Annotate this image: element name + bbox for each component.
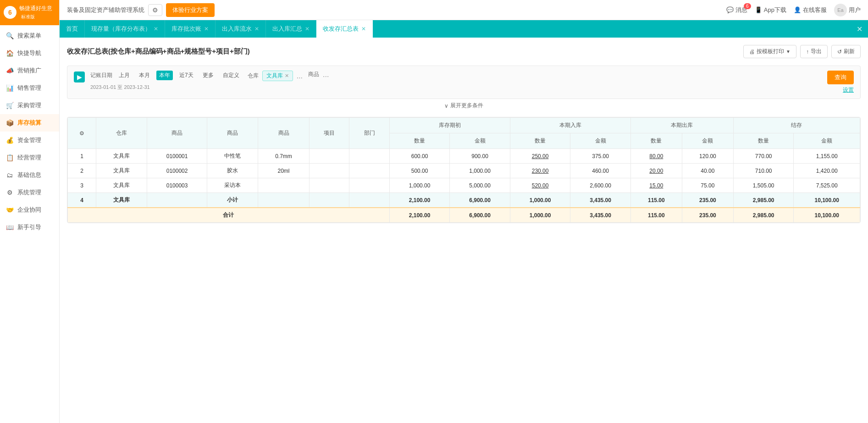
in-amt-header: 金额 [570, 133, 631, 149]
warehouse-col-header: 仓库 [96, 118, 147, 149]
sidebar-item-guide[interactable]: 📖 新手引导 [0, 219, 59, 236]
tab-home-label: 首页 [66, 25, 78, 33]
sidebar-item-system[interactable]: ⚙ 系统管理 [0, 184, 59, 201]
row-in-amt: 2,600.00 [570, 178, 631, 193]
tab-recv-send-label: 收发存汇总表 [323, 25, 359, 33]
date-btn-more[interactable]: 更多 [200, 71, 216, 80]
print-label: 按模板打印 [757, 48, 784, 55]
query-button[interactable]: 查询 [827, 71, 854, 84]
sidebar: 6 畅捷通好生意 标准版 🔍 搜索菜单 🏠 快捷导航 📣 营销推广 📊 [0, 0, 60, 423]
tab-batch-close[interactable]: ✕ [204, 26, 209, 32]
tab-home[interactable]: 首页 [60, 20, 85, 38]
sidebar-item-label: 销售管理 [17, 84, 41, 92]
sidebar-item-cooperation[interactable]: 🤝 企业协同 [0, 201, 59, 219]
tabbar-close-all[interactable]: ✕ [851, 25, 868, 33]
topbar-settings-button[interactable]: ⚙ [148, 4, 162, 16]
footer-open-qty: 2,100.00 [389, 208, 450, 223]
sidebar-item-marketing[interactable]: 📣 营销推广 [0, 62, 59, 79]
print-button[interactable]: 🖨 按模板打印 ▼ [743, 45, 796, 58]
sidebar-item-label: 库存核算 [17, 119, 41, 127]
row-project [310, 149, 349, 164]
settings-col-header[interactable]: ⚙ [68, 118, 96, 149]
row-in-qty[interactable]: 230.00 [510, 164, 570, 178]
page-title: 收发存汇总表(按仓库+商品编码+商品+规格型号+项目+部门) [67, 47, 250, 56]
trial-button[interactable]: 体验行业方案 [166, 3, 215, 17]
filter-expand-button[interactable]: ▶ [74, 71, 85, 82]
tab-inout-flow[interactable]: 出入库流水 ✕ [216, 20, 266, 38]
sidebar-item-label: 系统管理 [17, 188, 41, 197]
sidebar-item-label: 快捷导航 [17, 49, 41, 57]
finance-icon: 💰 [6, 137, 14, 144]
dept-col-header: 部门 [349, 118, 389, 149]
expand-more-button[interactable]: ∨ 展开更多条件 [444, 102, 483, 110]
sidebar-item-finance[interactable]: 💰 资金管理 [0, 132, 59, 149]
topbar: 装备及固定资产辅助管理系统 ⚙ 体验行业方案 💬 消息 6 📱 App下载 👤 … [60, 0, 868, 20]
row-in-qty[interactable]: 520.00 [510, 178, 570, 193]
sidebar-item-operations[interactable]: 📋 经营管理 [0, 149, 59, 166]
row-open-amt: 900.00 [450, 149, 510, 164]
tab-inout-flow-close[interactable]: ✕ [254, 26, 259, 32]
row-dept [349, 178, 389, 193]
message-badge: 6 [744, 3, 751, 9]
footer-out-qty: 115.00 [630, 208, 682, 223]
date-btn-this-year[interactable]: 本年 [156, 71, 173, 80]
online-support-button[interactable]: 👤 在线客服 [794, 6, 827, 14]
row-out-amt: 75.00 [682, 178, 733, 193]
row-out-qty[interactable]: 20.00 [630, 164, 682, 178]
date-btn-last-month[interactable]: 上月 [116, 71, 133, 80]
row-in-amt: 3,435.00 [570, 193, 631, 208]
sidebar-item-quick-nav[interactable]: 🏠 快捷导航 [0, 44, 59, 62]
row-no: 2 [68, 164, 96, 178]
goods-name-col-header: 商品 [207, 118, 258, 149]
row-out-amt: 120.00 [682, 149, 733, 164]
warehouse-tag-close[interactable]: ✕ [285, 73, 289, 79]
sidebar-item-purchase[interactable]: 🛒 采购管理 [0, 97, 59, 114]
page-container: 收发存汇总表(按仓库+商品编码+商品+规格型号+项目+部门) 🖨 按模板打印 ▼… [60, 38, 868, 423]
topbar-right: 💬 消息 6 📱 App下载 👤 在线客服 Ea 用户 [726, 4, 861, 16]
tab-batch-label: 库存批次账 [171, 25, 201, 33]
row-no: 4 [68, 193, 96, 208]
tab-stock-dist[interactable]: 现存量（库存分布表） ✕ [85, 20, 165, 38]
filter-goods-row: 商品 ... [308, 71, 329, 78]
date-btn-7days[interactable]: 近7天 [177, 71, 196, 80]
settings-link[interactable]: 设置 [843, 86, 854, 94]
tab-recv-send-close[interactable]: ✕ [361, 26, 366, 32]
sidebar-item-inventory[interactable]: 📦 库存核算 [0, 114, 59, 132]
user-button[interactable]: Ea 用户 [834, 4, 861, 16]
app-download-button[interactable]: 📱 App下载 [755, 6, 786, 14]
row-in-qty[interactable]: 250.00 [510, 149, 570, 164]
out-amt-header: 金额 [682, 133, 733, 149]
row-end-qty: 710.00 [733, 164, 794, 178]
expand-more-label: 展开更多条件 [450, 102, 483, 110]
sidebar-item-label: 营销推广 [17, 66, 41, 75]
tab-stock-dist-close[interactable]: ✕ [154, 26, 158, 32]
row-out-qty[interactable]: 15.00 [630, 178, 682, 193]
date-btn-this-month[interactable]: 本月 [136, 71, 153, 80]
tab-batch-account[interactable]: 库存批次账 ✕ [165, 20, 216, 38]
row-warehouse: 文具库 [96, 149, 147, 164]
tab-inout-summary-close[interactable]: ✕ [305, 26, 310, 32]
footer-end-qty: 2,985.00 [733, 208, 794, 223]
in-group-header: 本期入库 [510, 118, 630, 133]
warehouse-more-dots[interactable]: ... [297, 72, 303, 80]
row-open-amt: 1,000.00 [450, 164, 510, 178]
table-row: 2文具库0100002胶水20ml500.001,000.00230.00460… [68, 164, 860, 178]
refresh-button[interactable]: ↺ 刷新 [831, 45, 861, 58]
warehouse-tag-text: 文具库 [266, 72, 283, 80]
export-button[interactable]: ↑ 导出 [800, 45, 828, 58]
tab-recv-send[interactable]: 收发存汇总表 ✕ [316, 20, 373, 38]
table-row: 3文具库0100003采访本1,000.005,000.00520.002,60… [68, 178, 860, 193]
sidebar-item-base-info[interactable]: 🗂 基础信息 [0, 166, 59, 184]
goods-more-dots[interactable]: ... [323, 71, 329, 78]
row-code: 0100001 [147, 149, 207, 164]
table-row: 1文具库0100001中性笔0.7mm600.00900.00250.00375… [68, 149, 860, 164]
tab-inout-summary[interactable]: 出入库汇总 ✕ [266, 20, 316, 38]
row-project [310, 178, 349, 193]
row-no: 1 [68, 149, 96, 164]
message-button[interactable]: 💬 消息 6 [726, 6, 747, 14]
sidebar-item-search[interactable]: 🔍 搜索菜单 [0, 27, 59, 44]
sidebar-item-sales[interactable]: 📊 销售管理 [0, 79, 59, 97]
row-out-qty[interactable]: 80.00 [630, 149, 682, 164]
date-btn-custom[interactable]: 自定义 [220, 71, 242, 80]
main-content: 装备及固定资产辅助管理系统 ⚙ 体验行业方案 💬 消息 6 📱 App下载 👤 … [60, 0, 868, 423]
